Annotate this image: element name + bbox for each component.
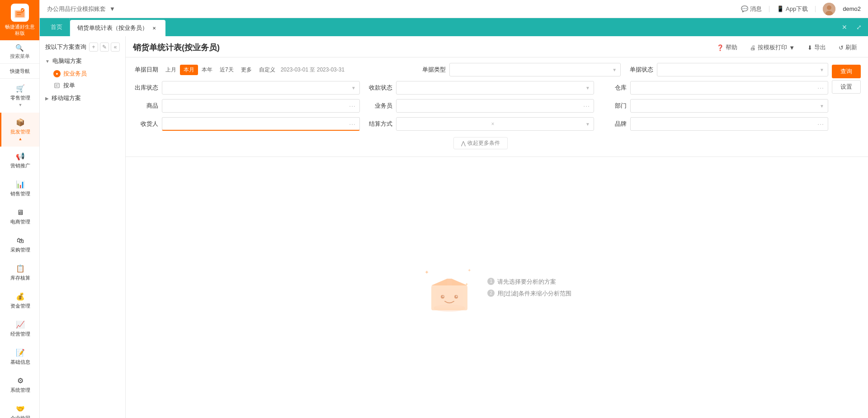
date-btn-custom[interactable]: 自定义 [255,65,279,75]
main-area: 办公用品行业模拟账套 ▼ 💬 消息 📱 App下载 demo2 首页 [40,0,868,418]
edit-scheme-btn[interactable]: ✎ [100,43,109,52]
doc-type-input[interactable]: ▼ [449,63,621,76]
sidebar-item-basic[interactable]: 📝 基础信息 [0,343,39,371]
filter-row-4: 收货人 ··· 结算方式 × [133,117,828,131]
empty-hint-2: 2 用[过滤]条件来缩小分析范围 [487,290,571,298]
export-btn[interactable]: ⬇ 导出 [804,42,830,53]
app-download-label: App下载 [786,5,808,13]
sidebar-item-marketing[interactable]: 📢 营销推广 [0,147,39,175]
pc-group-arrow: ▼ [45,59,50,64]
avatar [823,3,835,15]
sidebar-item-finance[interactable]: 💰 资金管理 [0,287,39,315]
tab-sales-stat[interactable]: 销货单统计表（按业务员） ✕ [70,20,165,36]
goods-input[interactable]: ··· [162,99,360,113]
workspace-dropdown[interactable]: ▼ [109,5,115,12]
doc-status-input[interactable]: ▼ [657,63,828,76]
scheme-group-pc[interactable]: ▼ 电脑端方案 [40,54,125,68]
scheme-item-by-staff[interactable]: ● 按业务员 [40,68,125,80]
sidebar-item-enterprise-label: 企业协同 [10,415,30,418]
expand-btn[interactable]: ⤢ [854,22,864,33]
collapse-btn[interactable]: ⋀ 收起更多条件 [453,137,508,149]
left-panel-title: 按以下方案查询 [45,43,86,51]
close-all-btn[interactable]: ✕ [839,22,850,33]
payment-status-input[interactable]: ▼ [396,81,594,95]
date-btn-this-year[interactable]: 本年 [198,65,216,75]
scheme-item-by-order[interactable]: 按单 [40,80,125,91]
filter-row-3: 商品 ··· 业务员 ··· [133,99,828,113]
brand-input[interactable]: ··· [630,117,828,131]
app-download-icon: 📱 [777,5,784,12]
sidebar-item-operation[interactable]: 📈 经营管理 [0,315,39,343]
date-btn-last-month[interactable]: 上月 [162,65,180,75]
search-menu-item[interactable]: 🔍 搜索菜单 [0,40,39,64]
username[interactable]: demo2 [843,5,861,12]
help-btn[interactable]: ❓ 帮助 [713,42,741,53]
hint-text-2: 用[过滤]条件来缩小分析范围 [497,290,571,298]
content-area: 按以下方案查询 + ✎ « ▼ 电脑端方案 [40,36,868,418]
sidebar-item-inventory[interactable]: 📋 库存核算 [0,259,39,287]
topbar-right: 💬 消息 📱 App下载 demo2 [741,3,861,15]
out-status-input[interactable]: ▼ [162,81,360,95]
dept-label: 部门 [601,102,627,110]
tab-close-btn[interactable]: ✕ [151,24,158,32]
retail-arrow: ▼ [19,103,23,107]
hint-text-1: 请先选择要分析的方案 [497,278,556,286]
tab-home[interactable]: 首页 [43,18,70,36]
date-btn-this-month[interactable]: 本月 [180,65,198,75]
logo-text: 畅捷通好生意 标版 [2,24,38,37]
brand-dots: ··· [817,120,824,128]
settings-btn[interactable]: 设置 [832,80,861,94]
svg-text:✦: ✦ [467,268,471,273]
date-btn-more[interactable]: 更多 [237,65,255,75]
scheme-by-order-label: 按单 [63,81,75,90]
doc-type-field: 单据类型 ▼ [420,63,621,76]
settlement-clear-btn[interactable]: × [491,121,495,127]
scheme-group-mobile[interactable]: ▶ 移动端方案 [40,91,125,105]
svg-text:✦: ✦ [425,269,429,276]
collapse-panel-btn[interactable]: « [111,43,120,52]
sidebar-logo[interactable]: 畅捷通好生意 标版 [0,0,39,40]
edit-icon: ✎ [102,44,107,50]
message-btn[interactable]: 💬 消息 [741,5,762,13]
left-panel: 按以下方案查询 + ✎ « ▼ 电脑端方案 [40,36,126,418]
dept-input[interactable]: ▼ [630,99,828,113]
empty-inner: ✦ ✦ ✦ 1 请先选择要分析的方案 2 用[过滤]条件来缩小分析范围 [422,261,571,315]
sidebar-item-purchase[interactable]: 🛍 采购管理 [0,231,39,259]
mobile-group-arrow: ▶ [45,96,49,101]
wholesale-arrow: ▲ [19,137,23,141]
quick-nav-label: 快捷导航 [10,68,30,74]
scheme-active-icon: ● [53,70,61,77]
query-btn[interactable]: 查询 [832,65,861,78]
sidebar-item-sales[interactable]: 📊 销售管理 [0,175,39,203]
print-btn[interactable]: 🖨 按模板打印 ▼ [746,42,798,53]
hint-num-2: 2 [487,290,495,297]
sidebar-item-retail-label: 零售管理 [10,95,30,101]
collapse-icon: « [114,44,117,50]
settlement-field: 结算方式 × ▼ [367,117,594,131]
settlement-input[interactable]: × ▼ [396,117,594,131]
sidebar-item-enterprise[interactable]: 🤝 企业协同 [0,399,39,418]
date-btn-7days[interactable]: 近7天 [216,65,237,75]
warehouse-input[interactable]: ··· [630,81,828,95]
doc-type-label: 单据类型 [420,66,446,74]
svg-rect-1 [15,11,24,17]
page-header: 销货单统计表(按业务员) ❓ 帮助 🖨 按模板打印 ▼ ⬇ 导出 [126,36,868,57]
add-icon: + [92,44,95,50]
doc-status-arrow: ▼ [820,67,824,72]
svg-point-14 [456,295,458,297]
receiver-input[interactable]: ··· [162,117,360,131]
quick-nav-item[interactable]: 快捷导航 [0,64,39,79]
sidebar-item-ecommerce[interactable]: 🖥 电商管理 [0,203,39,231]
warehouse-label: 仓库 [601,84,627,92]
sidebar-item-system[interactable]: ⚙ 系统管理 [0,371,39,399]
message-label: 消息 [750,5,762,13]
sidebar-item-retail[interactable]: 🛒 零售管理 ▼ [0,79,39,113]
system-icon: ⚙ [16,376,25,385]
refresh-btn[interactable]: ↺ 刷新 [835,42,861,53]
goods-field: 商品 ··· [133,99,360,113]
sidebar-item-wholesale[interactable]: 📦 批发管理 ▲ [0,113,39,147]
app-download-btn[interactable]: 📱 App下载 [777,5,808,13]
add-scheme-btn[interactable]: + [89,43,98,52]
sidebar-item-system-label: 系统管理 [10,387,30,394]
staff-input[interactable]: ··· [396,99,594,113]
